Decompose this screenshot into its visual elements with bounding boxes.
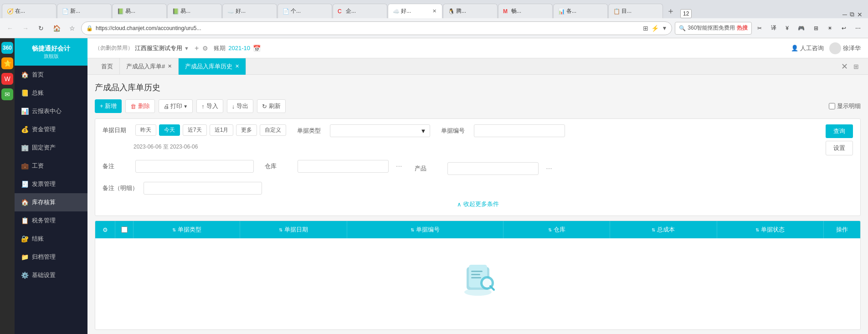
sidebar-item-inventory[interactable]: 🏠 库存核算 xyxy=(15,193,87,211)
filter-settings-button[interactable]: 设置 xyxy=(826,141,853,155)
forward-button[interactable]: → xyxy=(19,22,32,35)
dropdown-icon[interactable]: ▼ xyxy=(662,25,667,31)
import-button[interactable]: ↑ 导入 xyxy=(196,99,223,113)
sidebar-item-fixed[interactable]: 🏢 固定资产 xyxy=(15,139,87,157)
panel-close-button[interactable]: ✕ xyxy=(837,62,852,72)
icon-bar-chat[interactable]: W xyxy=(1,73,13,85)
sidebar-item-archive[interactable]: 📁 归档管理 xyxy=(15,248,87,266)
browser-tab-1[interactable]: 🧭 在... xyxy=(2,4,56,18)
th-doc-type[interactable]: ⇅ 单据类型 xyxy=(134,221,240,238)
refresh-button[interactable]: ↻ xyxy=(35,22,47,35)
th-date[interactable]: ⇅ 单据日期 xyxy=(240,221,347,238)
query-button[interactable]: 查询 xyxy=(826,124,853,138)
collapse-button[interactable]: ∧ 收起更多条件 xyxy=(452,198,504,210)
browser-tab-2[interactable]: 📄 新... xyxy=(57,4,112,18)
browser-tab-10[interactable]: M 畅... xyxy=(498,4,553,18)
th-warehouse[interactable]: ⇅ 仓库 xyxy=(503,221,610,238)
icon-bar-360[interactable]: 360 xyxy=(1,42,13,54)
theme-tool[interactable]: ☀ xyxy=(824,24,836,33)
doc-no-input[interactable] xyxy=(474,124,565,137)
product-dots[interactable]: ··· xyxy=(544,164,554,173)
refresh-toolbar-button[interactable]: ↻ 刷新 xyxy=(257,99,286,113)
browser-tab-5[interactable]: ☁️ 好... xyxy=(222,4,277,18)
game-tool[interactable]: 🎮 xyxy=(794,24,808,33)
th-doc-no[interactable]: ⇅ 单据编号 xyxy=(347,221,503,238)
detail-remark-input[interactable] xyxy=(144,182,262,195)
sidebar-item-ledger[interactable]: 📒 总账 xyxy=(15,84,87,102)
browser-tab-4[interactable]: 📗 易... xyxy=(167,4,222,18)
user-service-button[interactable]: 👤 人工咨询 xyxy=(791,44,824,52)
sidebar-item-wage[interactable]: 💼 工资 xyxy=(15,157,87,175)
rmb-tool[interactable]: ¥ xyxy=(782,24,792,33)
search-bar[interactable]: 🔍 360智能抠图免费用 热搜 xyxy=(675,22,752,35)
export-button[interactable]: ↓ 导出 xyxy=(227,99,254,113)
th-total-cost[interactable]: ⇅ 总成本 xyxy=(610,221,717,238)
sidebar-item-settings[interactable]: ⚙️ 基础设置 xyxy=(15,266,87,284)
browser-tab-12[interactable]: 📋 目... xyxy=(608,4,663,18)
page-tab-history[interactable]: 产成品入库单历史 ✕ xyxy=(179,58,246,75)
add-button[interactable]: + 新增 xyxy=(95,99,122,113)
restore-button[interactable]: ⧉ xyxy=(850,10,854,18)
browser-tab-11[interactable]: 📊 各... xyxy=(553,4,608,18)
warehouse-dots[interactable]: ··· xyxy=(394,162,404,170)
page-tab-history-close[interactable]: ✕ xyxy=(235,63,239,69)
browser-tab-9[interactable]: 🐧 腾... xyxy=(443,4,498,18)
browser-tab-8[interactable]: ☁️ 好... ✕ xyxy=(388,4,442,18)
print-button[interactable]: 🖨 打印 ▼ xyxy=(159,99,193,113)
close-button[interactable]: ✕ xyxy=(857,11,863,18)
grid-tool[interactable]: ⊞ xyxy=(810,24,822,33)
warehouse-input[interactable] xyxy=(298,160,389,173)
tab-close-8[interactable]: ✕ xyxy=(431,7,437,15)
th-status[interactable]: ⇅ 单据状态 xyxy=(717,221,824,238)
date-btn-today[interactable]: 今天 xyxy=(159,124,180,136)
delete-button[interactable]: 🗑 删除 xyxy=(125,99,155,113)
lightning-icon[interactable]: ⚡ xyxy=(651,25,659,32)
page-tab-list[interactable]: 产成品入库单# ✕ xyxy=(120,58,179,75)
sidebar-item-fund[interactable]: 💰 资金管理 xyxy=(15,120,87,139)
date-btn-more[interactable]: 更多 xyxy=(236,124,257,136)
date-btn-yesterday[interactable]: 昨天 xyxy=(135,124,156,136)
browser-tab-6[interactable]: 📄 个... xyxy=(277,4,332,18)
undo-tool[interactable]: ↩ xyxy=(838,24,850,33)
date-btn-1month[interactable]: 近1月 xyxy=(210,124,234,136)
date-btn-custom[interactable]: 自定义 xyxy=(260,124,286,136)
page-tab-home[interactable]: 首页 xyxy=(95,58,120,75)
new-tab-button[interactable]: ＋ xyxy=(663,4,678,18)
address-bar[interactable]: 🔒 https://cloud.chanjet.com/accounting/u… xyxy=(81,21,672,35)
period-value[interactable]: 2021-10 xyxy=(228,45,250,51)
panel-expand-button[interactable]: ⊞ xyxy=(852,63,861,70)
add-company-button[interactable]: + xyxy=(195,44,199,52)
remark-input[interactable] xyxy=(135,160,254,173)
product-input[interactable] xyxy=(447,162,539,175)
sidebar-item-tax[interactable]: 📋 税务管理 xyxy=(15,211,87,230)
date-btn-7days[interactable]: 近7天 xyxy=(183,124,207,136)
tab-count[interactable]: 12 xyxy=(680,9,692,18)
sidebar-item-report[interactable]: 📊 云报表中心 xyxy=(15,102,87,120)
page-tab-list-close[interactable]: ✕ xyxy=(168,63,172,69)
sidebar-item-home[interactable]: 🏠 首页 xyxy=(15,66,87,84)
more-tool[interactable]: ⋯ xyxy=(852,24,864,33)
calendar-icon[interactable]: 📅 xyxy=(253,45,261,52)
home-button[interactable]: 🏠 xyxy=(50,22,63,35)
browser-tab-3[interactable]: 📗 易... xyxy=(112,4,167,18)
sidebar-item-invoice[interactable]: 🧾 发票管理 xyxy=(15,175,87,193)
user-name[interactable]: 徐泽华 xyxy=(829,42,861,54)
icon-bar-mail[interactable]: ✉ xyxy=(1,88,13,100)
th-settings[interactable]: ⚙ xyxy=(95,221,115,238)
browser-tab-7[interactable]: C 企... xyxy=(333,4,387,18)
th-check[interactable] xyxy=(115,221,134,238)
minimize-button[interactable]: ─ xyxy=(842,11,847,18)
show-all-checkbox[interactable]: 显示明细 xyxy=(829,102,861,110)
bookmark-button[interactable]: ☆ xyxy=(66,22,78,35)
translate-tool[interactable]: 译 xyxy=(767,23,780,33)
select-all-checkbox[interactable] xyxy=(121,226,128,233)
doc-type-select[interactable]: ▼ xyxy=(330,124,430,137)
sidebar-item-closing[interactable]: 🔐 结账 xyxy=(15,230,87,248)
company-selector[interactable]: （勿删勿禁用） 江西服宝测试专用 ▼ xyxy=(95,44,189,52)
extensions-icon[interactable]: ⊞ xyxy=(643,25,648,32)
icon-bar-star[interactable]: ⭐ xyxy=(1,57,13,69)
back-button[interactable]: ← xyxy=(4,22,16,35)
topbar-settings-button[interactable]: ⚙ xyxy=(202,45,208,52)
show-all-input[interactable] xyxy=(829,103,835,109)
scissors-tool[interactable]: ✂ xyxy=(754,24,765,33)
